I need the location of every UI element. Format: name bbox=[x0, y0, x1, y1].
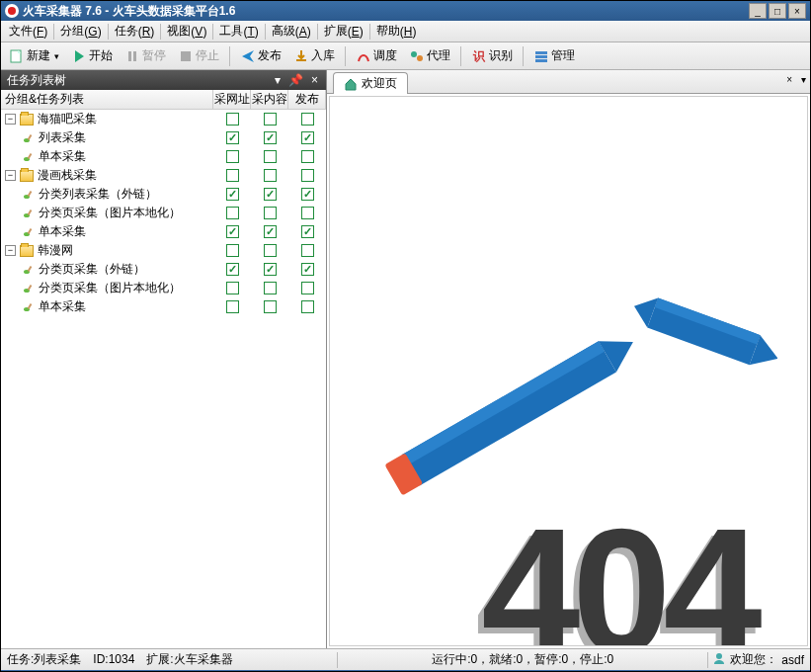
tree-group[interactable]: −海猫吧采集 bbox=[1, 110, 213, 128]
checkbox[interactable] bbox=[264, 131, 277, 144]
checkbox[interactable] bbox=[301, 131, 314, 144]
checkbox[interactable] bbox=[301, 188, 314, 201]
col-name[interactable]: 分组&任务列表 bbox=[1, 90, 213, 109]
divider bbox=[523, 46, 524, 66]
task-icon bbox=[23, 208, 35, 219]
checkbox[interactable] bbox=[301, 282, 314, 294]
import-button[interactable]: 入库 bbox=[289, 45, 339, 66]
tab-dropdown-icon[interactable]: ▾ bbox=[801, 74, 806, 85]
close-button[interactable]: × bbox=[788, 3, 806, 19]
tab-close-icon[interactable]: × bbox=[786, 74, 792, 85]
checkbox[interactable] bbox=[226, 169, 239, 182]
checkbox[interactable] bbox=[301, 244, 314, 257]
svg-text:识: 识 bbox=[472, 49, 486, 63]
svg-rect-24 bbox=[28, 284, 33, 290]
svg-rect-2 bbox=[128, 51, 131, 61]
checkbox[interactable] bbox=[264, 150, 277, 163]
checkbox[interactable] bbox=[301, 300, 314, 313]
menu-task[interactable]: 任务(R) bbox=[111, 21, 159, 42]
content-panel: 欢迎页 × ▾ bbox=[327, 70, 810, 648]
menu-help[interactable]: 帮助(H) bbox=[372, 21, 421, 42]
checkbox[interactable] bbox=[264, 169, 277, 182]
menu-extension[interactable]: 扩展(E) bbox=[320, 21, 367, 42]
pause-button[interactable]: 暂停 bbox=[121, 45, 170, 66]
maximize-button[interactable]: □ bbox=[769, 3, 786, 19]
tree-group[interactable]: −漫画栈采集 bbox=[1, 166, 213, 185]
manage-button[interactable]: 管理 bbox=[529, 45, 579, 66]
panel-header: 任务列表树 ▾ 📌 × bbox=[1, 70, 326, 90]
checkbox[interactable] bbox=[264, 244, 277, 257]
checkbox[interactable] bbox=[301, 150, 314, 163]
stop-button[interactable]: 停止 bbox=[174, 45, 223, 66]
checkbox[interactable] bbox=[226, 188, 239, 201]
tree-task[interactable]: 列表采集 bbox=[1, 128, 213, 147]
checkbox[interactable] bbox=[226, 244, 239, 257]
checkbox[interactable] bbox=[264, 282, 277, 294]
checkbox[interactable] bbox=[226, 282, 239, 294]
tree-task[interactable]: 分类页采集（图片本地化） bbox=[1, 204, 213, 222]
checkbox[interactable] bbox=[226, 207, 239, 219]
svg-rect-9 bbox=[535, 55, 547, 58]
panel-dropdown-icon[interactable]: ▾ bbox=[273, 73, 283, 87]
menu-advanced[interactable]: 高级(A) bbox=[268, 21, 315, 42]
svg-rect-14 bbox=[28, 152, 33, 158]
svg-rect-8 bbox=[535, 51, 547, 54]
statusbar: 任务:列表采集 ID:1034 扩展:火车采集器 运行中:0，就绪:0，暂停:0… bbox=[1, 648, 810, 670]
checkbox[interactable] bbox=[226, 225, 239, 238]
recognize-button[interactable]: 识 识别 bbox=[467, 45, 517, 66]
checkbox[interactable] bbox=[264, 300, 277, 313]
task-label: 单本采集 bbox=[39, 223, 86, 240]
welcome-label: 欢迎您： bbox=[730, 651, 777, 668]
schedule-button[interactable]: 调度 bbox=[352, 45, 401, 66]
checkbox[interactable] bbox=[301, 169, 314, 182]
tree-task[interactable]: 单本采集 bbox=[1, 297, 213, 316]
checkbox[interactable] bbox=[301, 263, 314, 276]
checkbox[interactable] bbox=[226, 263, 239, 276]
col-publish[interactable]: 发布 bbox=[288, 90, 326, 109]
menu-tool[interactable]: 工具(T) bbox=[215, 21, 262, 42]
new-button[interactable]: 新建▾ bbox=[5, 45, 63, 66]
tree-task[interactable]: 分类页采集（外链） bbox=[1, 260, 213, 279]
svg-rect-16 bbox=[28, 190, 33, 196]
expand-icon[interactable]: − bbox=[5, 170, 16, 181]
checkbox[interactable] bbox=[226, 150, 239, 163]
folder-icon bbox=[20, 114, 34, 126]
proxy-button[interactable]: 代理 bbox=[405, 45, 454, 66]
checkbox[interactable] bbox=[301, 225, 314, 238]
col-content[interactable]: 采内容 bbox=[251, 90, 288, 109]
panel-title: 任务列表树 bbox=[7, 72, 273, 89]
menu-view[interactable]: 视图(V) bbox=[163, 21, 210, 42]
tab-label: 欢迎页 bbox=[362, 75, 397, 92]
tree-group[interactable]: −韩漫网 bbox=[1, 241, 213, 260]
checkbox[interactable] bbox=[226, 131, 239, 144]
start-button[interactable]: 开始 bbox=[67, 45, 117, 66]
checkbox[interactable] bbox=[264, 207, 277, 219]
publish-button[interactable]: 发布 bbox=[236, 45, 285, 66]
tree-task[interactable]: 单本采集 bbox=[1, 147, 213, 166]
minimize-button[interactable]: _ bbox=[749, 3, 767, 19]
tree-task[interactable]: 分类列表采集（外链） bbox=[1, 185, 213, 204]
home-icon bbox=[344, 77, 358, 91]
checkbox[interactable] bbox=[226, 113, 239, 126]
tree-task[interactable]: 分类页采集（图片本地化） bbox=[1, 279, 213, 297]
col-url[interactable]: 采网址 bbox=[213, 90, 251, 109]
checkbox[interactable] bbox=[264, 113, 277, 126]
task-tree[interactable]: −海猫吧采集列表采集单本采集−漫画栈采集分类列表采集（外链）分类页采集（图片本地… bbox=[1, 110, 326, 648]
panel-pin-icon[interactable]: 📌 bbox=[286, 73, 305, 87]
menu-file[interactable]: 文件(F) bbox=[5, 21, 51, 42]
checkbox[interactable] bbox=[301, 113, 314, 126]
panel-close-icon[interactable]: × bbox=[309, 73, 320, 87]
checkbox[interactable] bbox=[264, 225, 277, 238]
expand-icon[interactable]: − bbox=[5, 114, 16, 125]
tab-welcome[interactable]: 欢迎页 bbox=[333, 72, 408, 94]
checkbox[interactable] bbox=[264, 263, 277, 276]
svg-rect-26 bbox=[28, 302, 33, 308]
checkbox[interactable] bbox=[264, 188, 277, 201]
menu-group[interactable]: 分组(G) bbox=[56, 21, 105, 42]
expand-icon[interactable]: − bbox=[5, 245, 16, 256]
folder-icon bbox=[20, 170, 34, 182]
checkbox[interactable] bbox=[226, 300, 239, 313]
tree-task[interactable]: 单本采集 bbox=[1, 222, 213, 241]
checkbox[interactable] bbox=[301, 207, 314, 219]
window-title: 火车采集器 7.6 - 火车头数据采集平台1.6 bbox=[23, 3, 749, 20]
